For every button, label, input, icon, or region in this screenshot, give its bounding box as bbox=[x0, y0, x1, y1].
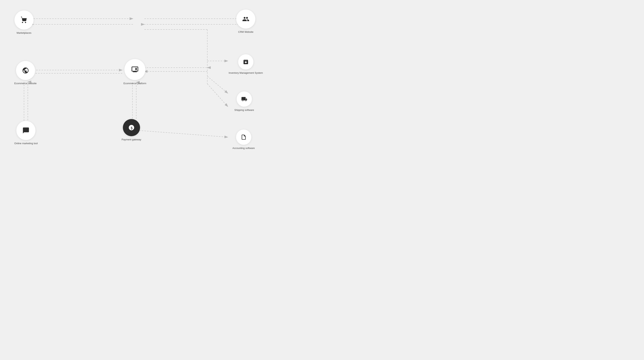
monitor-icon bbox=[131, 66, 139, 74]
globe-icon bbox=[22, 67, 29, 74]
dollar-icon bbox=[128, 124, 135, 131]
online-marketing-node: Online marketing tool bbox=[14, 121, 38, 145]
shipping-node: Shipping software bbox=[234, 92, 254, 112]
marketplaces-label: Marketplaces bbox=[16, 32, 31, 34]
chat-icon bbox=[22, 127, 30, 134]
ecommerce-platform-icon-circle bbox=[124, 59, 146, 80]
ecommerce-platform-node: Ecommerce platform bbox=[124, 59, 146, 85]
svg-line-21 bbox=[207, 84, 228, 107]
online-marketing-icon-circle bbox=[16, 121, 36, 140]
marketplaces-icon-circle bbox=[14, 10, 34, 30]
payment-gateway-node: Payment gateway bbox=[122, 119, 141, 141]
ecommerce-platform-label: Ecommerce platform bbox=[124, 82, 146, 85]
svg-line-19 bbox=[207, 76, 228, 93]
crm-website-icon-circle bbox=[236, 10, 255, 28]
crm-website-node: CRM Website bbox=[236, 10, 255, 33]
shipping-icon-circle bbox=[237, 92, 252, 107]
inventory-label: Inventory Management System bbox=[229, 72, 263, 74]
ecommerce-website-icon-circle bbox=[16, 61, 35, 80]
accounting-label: Accounting software bbox=[232, 147, 255, 150]
accounting-node: Accounting software bbox=[232, 130, 255, 150]
inventory-node: Inventory Management System bbox=[229, 54, 263, 74]
payment-gateway-icon-circle bbox=[123, 119, 140, 136]
ecommerce-website-label: Ecommerce website bbox=[14, 82, 36, 85]
crm-website-label: CRM Website bbox=[238, 30, 254, 33]
truck-icon bbox=[241, 96, 247, 102]
box-icon bbox=[243, 59, 249, 65]
online-marketing-label: Online marketing tool bbox=[14, 142, 38, 145]
document-icon bbox=[241, 134, 247, 140]
svg-rect-22 bbox=[136, 68, 137, 70]
svg-line-20 bbox=[139, 130, 228, 137]
accounting-icon-circle bbox=[236, 130, 251, 145]
cart-icon bbox=[20, 16, 28, 24]
inventory-icon-circle bbox=[238, 54, 254, 70]
people-icon bbox=[242, 16, 250, 23]
payment-gateway-label: Payment gateway bbox=[122, 138, 141, 141]
marketplaces-node: Marketplaces bbox=[14, 10, 34, 34]
ecommerce-website-node: Ecommerce website bbox=[14, 61, 36, 85]
shipping-label: Shipping software bbox=[234, 108, 254, 112]
